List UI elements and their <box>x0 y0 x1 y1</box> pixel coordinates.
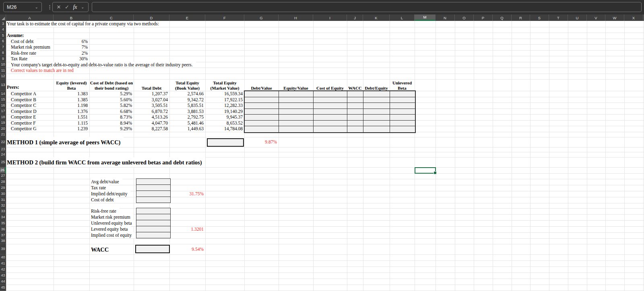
peer-value[interactable]: 1,449.63 <box>169 126 205 132</box>
input-cell-G18[interactable] <box>245 115 279 121</box>
row-header-35[interactable]: 35 <box>0 220 6 226</box>
column-header-Q[interactable]: Q <box>493 14 512 21</box>
peer-value[interactable]: 3,881.53 <box>169 109 205 115</box>
row-header-41[interactable]: 41 <box>0 260 6 266</box>
row-header-22[interactable]: 22 <box>0 137 6 147</box>
column-header-I[interactable]: I <box>313 14 347 21</box>
peer-value[interactable]: 14,784.08 <box>205 126 244 132</box>
row-header-3[interactable]: 3 <box>0 21 6 27</box>
peer-value[interactable]: 8.94% <box>89 120 134 126</box>
peer-value[interactable]: 3,505.51 <box>134 102 169 109</box>
peers-col-header[interactable]: Total Debt <box>134 79 169 91</box>
row-header-36[interactable]: 36 <box>0 226 6 232</box>
input-cell-J19[interactable] <box>347 121 363 127</box>
row-header-27[interactable]: 27 <box>0 173 6 179</box>
method2-capm-input-cell[interactable] <box>136 232 170 238</box>
method2-capm-input-cell[interactable] <box>136 208 170 214</box>
input-cell-J20[interactable] <box>347 126 363 132</box>
peer-name[interactable]: Competitor B <box>11 97 54 103</box>
peer-value[interactable]: 8,227.58 <box>134 126 169 132</box>
row-header-12[interactable]: 12 <box>0 74 6 80</box>
row-header-14[interactable]: 14 <box>0 91 6 97</box>
input-cell-I17[interactable] <box>314 109 347 115</box>
input-cell-L19[interactable] <box>390 121 415 127</box>
peer-value[interactable]: 6,870.72 <box>134 109 169 115</box>
method2-capm-label[interactable]: Levered equity beta <box>91 226 131 232</box>
chevron-down-icon[interactable]: ⌄ <box>81 5 84 9</box>
column-header-G[interactable]: G <box>244 14 279 21</box>
assumption-value[interactable]: 2% <box>54 50 89 56</box>
row-header-37[interactable]: 37 <box>0 232 6 238</box>
column-header-N[interactable]: N <box>436 14 455 21</box>
peer-value[interactable]: 1.551 <box>54 114 89 120</box>
column-header-E[interactable]: E <box>169 14 205 21</box>
select-all-corner[interactable] <box>0 14 6 21</box>
row-header-28[interactable]: 28 <box>0 179 6 185</box>
assumption-value[interactable]: 6% <box>54 39 89 45</box>
peers-col-header[interactable]: WACC <box>347 79 363 91</box>
input-cell-K18[interactable] <box>363 115 390 121</box>
row-header-6[interactable]: 6 <box>0 39 6 45</box>
column-header-X[interactable]: X <box>624 14 643 21</box>
column-header-U[interactable]: U <box>568 14 587 21</box>
method2-ratios-label[interactable]: Avg debt/value <box>91 179 122 185</box>
peer-value[interactable]: 8.73% <box>89 114 134 120</box>
method1-title[interactable]: METHOD 1 (simple average of peers WACC) <box>7 137 124 147</box>
row-header-7[interactable]: 7 <box>0 44 6 50</box>
peer-value[interactable]: 1.383 <box>54 91 89 97</box>
input-cell-J16[interactable] <box>347 103 363 109</box>
row-header-20[interactable]: 20 <box>0 126 6 132</box>
column-header-M[interactable]: M <box>415 14 436 21</box>
input-cell-H20[interactable] <box>279 126 314 132</box>
row-header-4[interactable]: 4 <box>0 27 6 33</box>
input-cell-H17[interactable] <box>279 109 314 115</box>
input-cell-G17[interactable] <box>245 109 279 115</box>
method2-ratios-input-cell[interactable] <box>136 197 170 203</box>
input-cell-L18[interactable] <box>390 115 415 121</box>
peer-value[interactable]: 4,513.26 <box>134 114 169 120</box>
input-cell-K14[interactable] <box>363 91 390 97</box>
peer-value[interactable]: 1.376 <box>54 109 89 115</box>
input-cell-I14[interactable] <box>314 91 347 97</box>
row-header-15[interactable]: 15 <box>0 97 6 103</box>
method2-capm-label[interactable]: Market risk premium <box>91 214 134 220</box>
peer-value[interactable]: 3,027.04 <box>134 97 169 103</box>
peers-col-header[interactable]: Debt/Value <box>244 79 279 91</box>
row-header-42[interactable]: 42 <box>0 266 6 273</box>
peer-value[interactable]: 9.29% <box>89 126 134 132</box>
input-cell-L20[interactable] <box>390 126 415 132</box>
row-header-19[interactable]: 19 <box>0 120 6 126</box>
peer-value[interactable]: 12,282.33 <box>205 102 244 109</box>
peer-value[interactable]: 1,207.37 <box>134 91 169 97</box>
chevron-down-icon[interactable]: ⌄ <box>35 5 38 9</box>
row-header-29[interactable]: 29 <box>0 185 6 191</box>
peer-value[interactable]: 2,792.75 <box>169 114 205 120</box>
row-header-40[interactable]: 40 <box>0 254 6 260</box>
input-cell-K17[interactable] <box>363 109 390 115</box>
intro-text[interactable]: Your task is to estimate the cost of cap… <box>7 21 162 27</box>
row-header-31[interactable]: 31 <box>0 197 6 203</box>
peer-value[interactable]: 5.60% <box>89 97 134 103</box>
peer-value[interactable]: 5.82% <box>89 102 134 109</box>
row-header-26[interactable]: 26 <box>0 167 6 173</box>
wacc-answer-box[interactable] <box>135 245 170 253</box>
input-cell-I18[interactable] <box>314 115 347 121</box>
row-header-16[interactable]: 16 <box>0 102 6 109</box>
method2-title[interactable]: METHOD 2 (build firm WACC from average u… <box>7 157 205 167</box>
peers-col-header[interactable]: Cost of Debt (based on their bond rating… <box>89 79 134 91</box>
peer-value[interactable]: 9,342.72 <box>169 97 205 103</box>
peers-col-header[interactable]: Total Equity (Book Value) <box>169 79 205 91</box>
column-header-R[interactable]: R <box>512 14 530 21</box>
input-cell-K20[interactable] <box>363 126 390 132</box>
row-header-44[interactable]: 44 <box>0 279 6 285</box>
column-header-D[interactable]: D <box>134 14 169 21</box>
column-header-J[interactable]: J <box>347 14 363 21</box>
assumption-label[interactable]: Risk-free rate <box>11 50 39 56</box>
input-cell-L17[interactable] <box>390 109 415 115</box>
method2-ratios-label[interactable]: Cost of debt <box>91 197 117 203</box>
input-cell-I19[interactable] <box>314 121 347 127</box>
insert-function-icon[interactable]: fx <box>73 4 77 10</box>
method1-answer-hint[interactable]: 9.87% <box>244 137 279 147</box>
column-header-W[interactable]: W <box>605 14 624 21</box>
input-cell-K19[interactable] <box>363 121 390 127</box>
